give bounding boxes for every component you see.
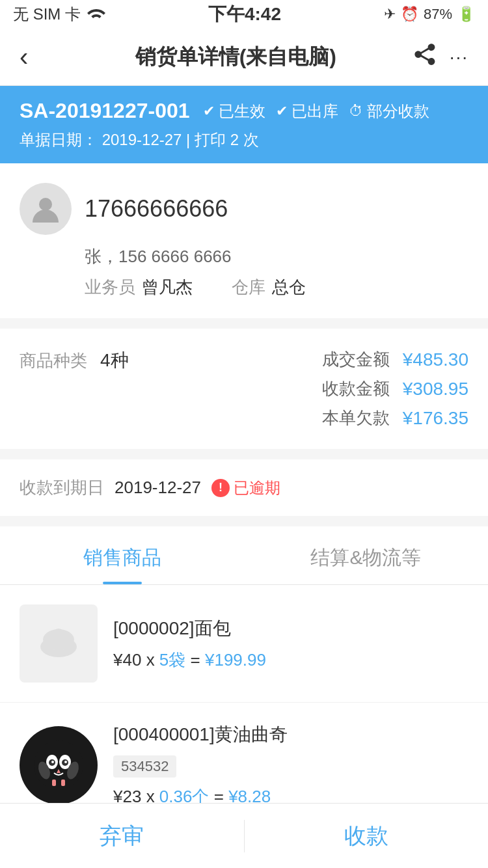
confirm-button[interactable]: 收款: [245, 808, 489, 864]
stats-right: 成交金额 ¥485.30 收款金额 ¥308.95 本单欠款 ¥176.35: [322, 348, 468, 429]
badge-effective: ✔ 已生效: [203, 101, 265, 122]
status-bar-left: 无 SIM 卡: [13, 4, 105, 25]
product-name-2: [000400001]黄油曲奇: [113, 722, 468, 747]
location-icon: ✈: [384, 6, 396, 23]
check-icon-2: ✔: [276, 103, 288, 120]
order-date-label: 单据日期：: [20, 131, 98, 148]
due-label: 收款到期日: [20, 476, 104, 499]
badge-shipped: ✔ 已出库: [276, 101, 338, 122]
badge-effective-label: 已生效: [219, 101, 265, 122]
price-x-1: x: [146, 650, 159, 670]
share-icon[interactable]: [413, 42, 437, 72]
due-date: 2019-12-27: [115, 478, 201, 498]
alarm-icon: ⏰: [401, 6, 418, 23]
deal-amount-item: 成交金额 ¥485.30: [322, 348, 468, 371]
order-header: SA-20191227-001 ✔ 已生效 ✔ 已出库 ⏱ 部分收款 单据日期：…: [0, 86, 488, 163]
more-icon[interactable]: ···: [450, 47, 468, 68]
warehouse-value: 总仓: [272, 276, 306, 299]
sales-label: 业务员: [85, 276, 135, 299]
product-sku-2: 534532: [113, 755, 176, 778]
bottom-bar: 弃审 收款: [0, 803, 488, 868]
customer-section: 17666666666 张，156 6666 6666 业务员 曾凡杰 仓库 总…: [0, 163, 488, 318]
price-base-1: ¥40: [113, 650, 141, 670]
svg-point-12: [64, 761, 67, 763]
overdue-badge: ! 已逾期: [211, 478, 280, 498]
battery-text: 87%: [424, 6, 452, 23]
customer-row: 17666666666: [20, 183, 468, 235]
nav-bar: ‹ 销货单详情(来自电脑) ···: [0, 29, 488, 86]
badge-partial-label: 部分收款: [367, 101, 429, 122]
check-icon-1: ✔: [203, 103, 215, 120]
svg-point-5: [61, 632, 72, 642]
page-title: 销货单详情(来自电脑): [135, 43, 336, 72]
order-badges: ✔ 已生效 ✔ 已出库 ⏱ 部分收款: [203, 101, 429, 122]
customer-meta: 业务员 曾凡杰 仓库 总仓: [20, 276, 468, 299]
customer-name-phone: 张，156 6666 6666: [20, 245, 468, 268]
signal-text: 无 SIM 卡: [13, 4, 81, 25]
price-eq-1: =: [191, 650, 205, 670]
warehouse-label: 仓库: [232, 276, 265, 299]
status-bar-right: ✈ ⏰ 87% 🔋: [384, 6, 475, 23]
overdue-text: 已逾期: [234, 478, 280, 498]
price-total-1: ¥199.99: [205, 650, 266, 670]
deal-amount-label: 成交金额: [322, 348, 390, 371]
tabs-row: 销售商品 结算&物流等: [0, 526, 488, 585]
tab-sales-products[interactable]: 销售商品: [0, 526, 244, 584]
product-price-1: ¥40 x 5袋 = ¥199.99: [113, 649, 468, 671]
product-info-1: [0000002]面包 ¥40 x 5袋 = ¥199.99: [113, 616, 468, 671]
order-date-row: 单据日期： 2019-12-27 | 打印 2 次: [20, 129, 468, 150]
wifi-icon: [87, 5, 105, 23]
svg-point-11: [51, 761, 54, 763]
order-date-value: 2019-12-27: [102, 131, 182, 148]
status-bar-time: 下午4:42: [208, 2, 281, 27]
badge-partial: ⏱ 部分收款: [349, 101, 429, 122]
back-button[interactable]: ‹: [20, 42, 59, 72]
debt-label: 本单欠款: [322, 407, 390, 429]
customer-phone: 17666666666: [85, 195, 228, 223]
received-value: ¥308.95: [403, 379, 468, 400]
received-label: 收款金额: [322, 377, 390, 400]
stats-section: 商品种类 4种 成交金额 ¥485.30 收款金额 ¥308.95 本单欠款 ¥…: [0, 329, 488, 449]
avatar: [20, 183, 72, 235]
product-type-value: 4种: [100, 348, 129, 373]
sales-meta: 业务员 曾凡杰: [85, 276, 193, 299]
stats-left: 商品种类 4种: [20, 348, 322, 373]
warehouse-meta: 仓库 总仓: [232, 276, 306, 299]
nav-actions: ···: [413, 42, 468, 72]
product-item-1: [0000002]面包 ¥40 x 5袋 = ¥199.99: [0, 585, 488, 703]
product-thumb-2: [20, 726, 98, 804]
cancel-button[interactable]: 弃审: [0, 808, 244, 864]
clock-icon: ⏱: [349, 103, 363, 120]
svg-point-0: [39, 198, 52, 211]
product-name-1: [0000002]面包: [113, 616, 468, 641]
received-item: 收款金额 ¥308.95: [322, 377, 468, 400]
product-type-row: 商品种类 4种: [20, 348, 322, 373]
product-type-label: 商品种类: [20, 349, 87, 372]
sales-value: 曾凡杰: [142, 276, 193, 299]
tab-settlement[interactable]: 结算&物流等: [244, 526, 488, 584]
order-print-info: | 打印 2 次: [186, 131, 259, 148]
overdue-icon: !: [211, 479, 230, 497]
badge-shipped-label: 已出库: [291, 101, 338, 122]
svg-rect-17: [61, 780, 65, 786]
svg-rect-16: [52, 780, 56, 786]
debt-item: 本单欠款 ¥176.35: [322, 407, 468, 429]
price-qty-1: 5袋: [159, 650, 185, 670]
order-id: SA-20191227-001: [20, 99, 190, 123]
status-bar: 无 SIM 卡 下午4:42 ✈ ⏰ 87% 🔋: [0, 0, 488, 29]
product-thumb-1: [20, 604, 98, 683]
debt-value: ¥176.35: [403, 408, 468, 429]
product-list: [0000002]面包 ¥40 x 5袋 = ¥199.99: [0, 585, 488, 828]
due-section: 收款到期日 2019-12-27 ! 已逾期: [0, 459, 488, 516]
deal-amount-value: ¥485.30: [403, 349, 468, 370]
battery-icon: 🔋: [457, 6, 475, 23]
product-info-2: [000400001]黄油曲奇 534532 ¥23 x 0.36个 = ¥8.…: [113, 722, 468, 808]
tabs-section: 销售商品 结算&物流等: [0, 526, 488, 585]
